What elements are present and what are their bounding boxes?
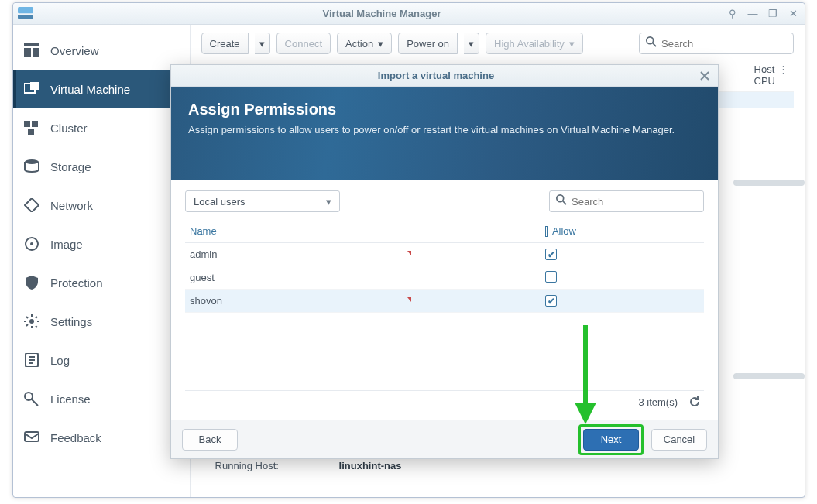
next-button[interactable]: Next: [583, 429, 639, 451]
next-label: Next: [601, 434, 622, 445]
titlebar: Virtual Machine Manager ⚲ — ❐ ✕: [13, 3, 805, 25]
toolbar: Create ▾ Connect Action▾ Power on ▾ High…: [201, 33, 794, 54]
sidebar-item-virtual-machine[interactable]: Virtual Machine: [13, 70, 190, 108]
poweron-label: Power on: [407, 38, 449, 50]
sidebar-item-cluster[interactable]: Cluster: [13, 108, 190, 147]
refresh-button[interactable]: [688, 396, 701, 408]
svg-rect-2: [24, 43, 39, 46]
sidebar-item-label: Image: [50, 238, 83, 251]
minimize-button[interactable]: —: [744, 7, 761, 21]
search-icon: [646, 36, 657, 50]
detail-host-label: Running Host:: [215, 460, 339, 471]
username: shovon: [185, 295, 417, 307]
svg-rect-3: [24, 48, 31, 57]
poweron-button[interactable]: Power on: [398, 33, 458, 54]
protection-icon: [24, 276, 39, 290]
sidebar-item-storage[interactable]: Storage: [13, 147, 190, 186]
pin-button[interactable]: ⚲: [724, 7, 741, 21]
permissions-table: Name Allow admin guest: [185, 220, 704, 313]
chevron-down-icon: ▾: [569, 38, 575, 50]
sidebar-item-overview[interactable]: Overview: [13, 31, 190, 70]
connect-button[interactable]: Connect: [276, 33, 331, 54]
app-icon: [18, 7, 33, 21]
svg-line-21: [653, 43, 656, 46]
scope-dropdown[interactable]: Local users ▾: [185, 190, 340, 212]
username: admin: [185, 249, 417, 260]
tristate-checkbox-icon[interactable]: [545, 226, 548, 237]
sort-indicator-icon: [407, 251, 411, 255]
col-allow-label: Allow: [552, 225, 576, 237]
create-button[interactable]: Create: [201, 33, 249, 54]
toolbar-search[interactable]: [639, 33, 794, 54]
svg-point-13: [29, 319, 34, 324]
sidebar-item-label: Log: [50, 354, 70, 367]
banner-title: Assign Permissions: [188, 101, 701, 118]
allow-checkbox[interactable]: [545, 271, 557, 283]
svg-point-12: [30, 242, 33, 245]
settings-icon: [24, 314, 39, 328]
chevron-down-icon: ▾: [259, 38, 265, 50]
col-allow[interactable]: Allow: [545, 225, 576, 237]
maximize-button[interactable]: ❐: [764, 7, 781, 21]
log-icon: [24, 353, 39, 367]
permission-row-admin[interactable]: admin: [185, 243, 704, 266]
svg-rect-19: [25, 432, 39, 441]
dialog-footer: Back Next Cancel: [171, 420, 718, 458]
sidebar-item-label: Cluster: [50, 122, 88, 135]
col-cpu[interactable]: Host CPU: [754, 63, 775, 87]
window-title: Virtual Machine Manager: [39, 8, 724, 19]
permission-row-guest[interactable]: guest: [185, 266, 704, 290]
dialog-title: Import a virtual machine: [176, 70, 696, 81]
svg-rect-8: [32, 121, 38, 127]
action-button[interactable]: Action▾: [337, 33, 392, 54]
permissions-search[interactable]: [549, 190, 704, 212]
svg-line-25: [563, 201, 566, 204]
create-dropdown[interactable]: ▾: [255, 33, 270, 54]
poweron-dropdown[interactable]: ▾: [464, 33, 479, 54]
cancel-label: Cancel: [664, 434, 695, 445]
vm-icon: [24, 82, 39, 96]
dialog-close-button[interactable]: [696, 69, 713, 83]
svg-rect-4: [33, 48, 39, 57]
sidebar-item-image[interactable]: Image: [13, 225, 190, 263]
sidebar-item-feedback[interactable]: Feedback: [13, 418, 190, 457]
allow-checkbox[interactable]: [545, 295, 557, 307]
dialog-titlebar: Import a virtual machine: [171, 65, 718, 87]
toolbar-search-input[interactable]: [661, 38, 791, 50]
svg-point-10: [25, 159, 39, 164]
svg-point-20: [647, 37, 654, 44]
sidebar-item-label: Overview: [50, 44, 99, 57]
svg-rect-7: [24, 121, 30, 127]
scrollbar[interactable]: [733, 373, 805, 379]
sidebar-item-license[interactable]: License: [13, 379, 190, 418]
connect-label: Connect: [285, 38, 322, 50]
sidebar-item-protection[interactable]: Protection: [13, 263, 190, 302]
ha-label: High Availability: [494, 38, 565, 50]
col-name[interactable]: Name: [185, 225, 417, 237]
permission-row-shovon[interactable]: shovon: [185, 290, 704, 313]
sidebar-item-settings[interactable]: Settings: [13, 302, 190, 341]
svg-point-24: [557, 195, 564, 202]
column-menu[interactable]: ⋮: [775, 63, 791, 87]
ha-button[interactable]: High Availability▾: [486, 33, 583, 54]
create-label: Create: [210, 38, 240, 50]
import-vm-dialog: Import a virtual machine Assign Permissi…: [170, 64, 719, 459]
permissions-search-input[interactable]: [572, 196, 702, 207]
sidebar-item-log[interactable]: Log: [13, 341, 190, 379]
close-button[interactable]: ✕: [784, 7, 802, 21]
scope-selected: Local users: [194, 196, 245, 207]
back-button[interactable]: Back: [182, 429, 238, 451]
banner-text: Assign permissions to allow users to pow…: [188, 123, 701, 137]
svg-rect-9: [28, 129, 34, 135]
dialog-banner: Assign Permissions Assign permissions to…: [171, 87, 718, 180]
dialog-body: Local users ▾ Name Allow admin: [171, 180, 718, 413]
feedback-icon: [24, 430, 39, 444]
next-button-highlight: Next: [578, 424, 644, 455]
window-controls: ⚲ — ❐ ✕: [724, 7, 802, 21]
allow-checkbox[interactable]: [545, 249, 557, 260]
username: guest: [185, 272, 417, 283]
sidebar-item-label: Settings: [50, 315, 92, 328]
scrollbar[interactable]: [733, 180, 805, 186]
cancel-button[interactable]: Cancel: [651, 429, 707, 451]
sidebar-item-network[interactable]: Network: [13, 186, 190, 225]
